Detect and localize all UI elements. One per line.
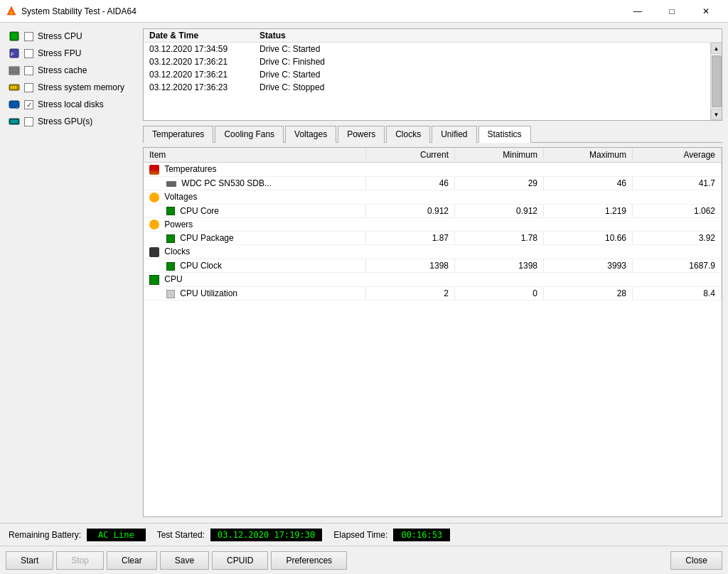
section-powers: Powers [144, 217, 722, 232]
col-header-maximum: Maximum [544, 148, 633, 163]
svg-rect-3 [11, 33, 17, 39]
log-status-0: Drive C: Started [259, 44, 716, 54]
section-label-temperatures: Temperatures [144, 163, 722, 177]
elapsed-label: Elapsed Time: [333, 530, 387, 540]
stress-cpu-label: Stress CPU [38, 31, 82, 41]
svg-rect-7 [9, 70, 19, 72]
stat-avg-cpupkg: 3.92 [633, 232, 722, 245]
log-date-2: 03.12.2020 17:36:21 [149, 70, 259, 80]
log-row: 03.12.2020 17:34:59 Drive C: Started [144, 43, 722, 55]
svg-point-1 [11, 11, 13, 13]
start-button[interactable]: Start [6, 551, 53, 570]
tab-powers[interactable]: Powers [338, 126, 385, 143]
stat-avg-cpucore: 1.062 [633, 204, 722, 217]
cpuid-button[interactable]: CPUID [212, 551, 268, 570]
stat-max-wdc: 46 [544, 176, 633, 190]
section-clocks: Clocks [144, 245, 722, 259]
stress-cache-item[interactable]: Stress cache [6, 63, 137, 78]
stress-sysmem-checkbox[interactable] [24, 83, 33, 92]
svg-rect-11 [13, 86, 14, 89]
log-scrollbar[interactable]: ▲ ▼ [710, 43, 722, 120]
log-status-header: Status [259, 31, 716, 40]
window-title: System Stability Test - AIDA64 [21, 6, 621, 16]
stats-panel: Item Current Minimum Maximum Average Tem… [143, 147, 722, 517]
stress-fpu-label: Stress FPU [38, 48, 81, 58]
tab-cooling-fans[interactable]: Cooling Fans [215, 126, 284, 143]
stat-label-cpupkg: CPU Package [144, 232, 366, 245]
gpu-icon [9, 116, 20, 127]
stat-min-cpupkg: 1.78 [455, 232, 544, 245]
stat-label-cpucore: CPU Core [144, 204, 366, 217]
log-row-last: 03.12.2020 17:36:23 Drive C: Stopped [144, 81, 722, 94]
stop-button[interactable]: Stop [56, 551, 104, 570]
svg-rect-17 [11, 120, 18, 123]
stat-row-wdc: WDC PC SN530 SDB... 46 29 46 41.7 [144, 176, 722, 190]
preferences-button[interactable]: Preferences [271, 551, 347, 570]
stress-gpu-checkbox[interactable] [24, 117, 33, 126]
col-header-average: Average [633, 148, 722, 163]
elapsed-status: Elapsed Time: 00:16:53 [333, 529, 450, 541]
section-temperatures: Temperatures [144, 163, 722, 177]
tab-unified[interactable]: Unified [432, 126, 476, 143]
elapsed-value: 00:16:53 [393, 529, 450, 541]
sysmem-icon [9, 82, 20, 93]
stress-gpu-label: Stress GPU(s) [38, 117, 92, 126]
stress-cpu-checkbox[interactable] [24, 32, 33, 41]
minimize-button[interactable]: — [621, 0, 654, 23]
close-button[interactable]: Close [670, 551, 722, 570]
log-content: 03.12.2020 17:34:59 Drive C: Started 03.… [144, 43, 722, 120]
status-bar: Remaining Battery: AC Line Test Started:… [0, 523, 728, 546]
stat-row-cpuclock: CPU Clock 1398 1398 3993 1687.9 [144, 259, 722, 273]
test-started-label: Test Started: [157, 530, 205, 540]
stress-gpu-item[interactable]: Stress GPU(s) [6, 114, 137, 129]
log-row: 03.12.2020 17:36:21 Drive C: Started [144, 68, 722, 81]
svg-point-15 [16, 107, 18, 108]
stress-sysmem-item[interactable]: Stress system memory [6, 80, 137, 95]
tab-clocks[interactable]: Clocks [386, 126, 430, 143]
clear-button[interactable]: Clear [107, 551, 157, 570]
tab-temperatures[interactable]: Temperatures [143, 126, 213, 143]
scroll-thumb[interactable] [712, 55, 722, 107]
stats-table: Item Current Minimum Maximum Average Tem… [144, 148, 722, 300]
col-header-item: Item [144, 148, 366, 163]
stress-local-label: Stress local disks [38, 99, 104, 109]
section-label-cpu: CPU [144, 273, 722, 287]
stat-max-cpucore: 1.219 [544, 204, 633, 217]
stat-label-cpuutil: CPU Utilization [144, 287, 366, 300]
scroll-down-arrow[interactable]: ▼ [711, 109, 722, 120]
stat-avg-cpuclock: 1687.9 [633, 259, 722, 273]
tab-statistics[interactable]: Statistics [478, 126, 531, 143]
maximize-button[interactable]: □ [655, 0, 688, 23]
stat-current-cpuutil: 2 [366, 287, 455, 300]
stress-cache-checkbox[interactable] [24, 66, 33, 75]
battery-status: Remaining Battery: AC Line [9, 529, 146, 541]
section-label-clocks: Clocks [144, 245, 722, 259]
section-label-voltages: Voltages [144, 190, 722, 204]
svg-rect-10 [11, 86, 12, 89]
battery-value: AC Line [87, 529, 146, 541]
stat-min-cpucore: 0.912 [455, 204, 544, 217]
stat-current-cpupkg: 1.87 [366, 232, 455, 245]
stress-fpu-checkbox[interactable] [24, 49, 33, 58]
section-voltages: Voltages [144, 190, 722, 204]
stress-cpu-item[interactable]: Stress CPU [6, 28, 137, 44]
col-header-minimum: Minimum [455, 148, 544, 163]
close-window-button[interactable]: ✕ [690, 0, 722, 23]
stress-local-item[interactable]: Stress local disks [6, 97, 137, 112]
right-panel: Date & Time Status 03.12.2020 17:34:59 D… [143, 28, 722, 517]
stat-max-cpuutil: 28 [544, 287, 633, 300]
stat-current-cpuclock: 1398 [366, 259, 455, 273]
svg-rect-8 [9, 72, 19, 75]
tab-voltages[interactable]: Voltages [285, 126, 336, 143]
tabs-container: Temperatures Cooling Fans Voltages Power… [143, 125, 722, 143]
save-button[interactable]: Save [160, 551, 209, 570]
window-controls: — □ ✕ [621, 0, 722, 23]
log-date-3: 03.12.2020 17:36:23 [149, 82, 259, 92]
test-started-value: 03.12.2020 17:19:30 [210, 529, 322, 541]
stat-row-cpuutil: CPU Utilization 2 0 28 8.4 [144, 287, 722, 300]
stress-fpu-item[interactable]: F Stress FPU [6, 45, 137, 61]
stress-local-checkbox[interactable] [24, 100, 33, 109]
stat-min-wdc: 29 [455, 176, 544, 190]
cpu-icon [9, 31, 20, 42]
scroll-up-arrow[interactable]: ▲ [711, 43, 722, 54]
